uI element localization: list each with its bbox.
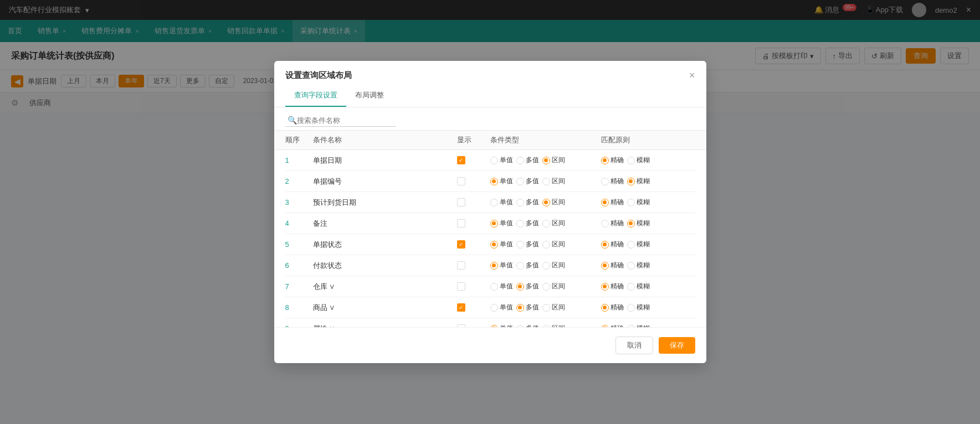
settings-dialog: 设置查询区域布局 × 查询字段设置 布局调整 🔍 顺序 条件名称 显示 条件类型 [274, 61, 706, 113]
dialog-title: 设置查询区域布局 [285, 70, 352, 81]
modal-overlay: 设置查询区域布局 × 查询字段设置 布局调整 🔍 顺序 条件名称 显示 条件类型 [0, 0, 980, 113]
dialog-tab-query-fields[interactable]: 查询字段设置 [285, 87, 346, 107]
dialog-close-button[interactable]: × [689, 70, 695, 81]
dialog-tabs: 查询字段设置 布局调整 [274, 81, 706, 107]
dialog-header: 设置查询区域布局 × [274, 61, 706, 81]
dialog-search-area: 🔍 [274, 107, 706, 113]
dialog-tab-layout[interactable]: 布局调整 [346, 87, 393, 107]
